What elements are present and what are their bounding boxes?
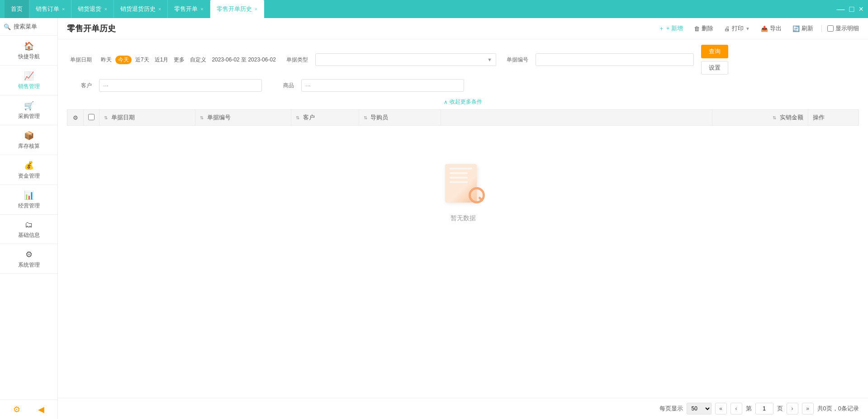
refresh-icon: 🔄 (792, 25, 800, 32)
export-button[interactable]: 📤 导出 (758, 23, 784, 34)
collapse-bar[interactable]: ∧ 收起更多条件 (67, 96, 859, 109)
sidebar-item-base-info[interactable]: 🗂 基础信息 (0, 215, 57, 244)
refresh-button[interactable]: 🔄 刷新 (790, 23, 816, 34)
col-guide[interactable]: ⇅ 导购员 (359, 110, 441, 126)
sidebar-search-label: 搜索菜单 (14, 23, 37, 31)
last-page-button[interactable]: » (802, 403, 814, 414)
sidebar: 🔍 搜索菜单 🏠 快捷导航 📈 销售管理 🛒 采购管理 📦 库存核算 💰 资金管… (0, 18, 58, 419)
minimize-button[interactable]: — (837, 5, 845, 14)
close-window-button[interactable]: × (859, 5, 863, 14)
close-icon[interactable]: × (200, 6, 203, 12)
print-button[interactable]: 🖨 打印 ▼ (721, 23, 753, 34)
tab-sales-order[interactable]: 销售订单 × (29, 0, 71, 18)
sidebar-item-sales-mgmt-label: 销售管理 (18, 83, 40, 90)
customer-label: 客户 (67, 82, 92, 89)
maximize-button[interactable]: □ (849, 5, 854, 14)
close-icon[interactable]: × (62, 6, 65, 12)
filters: 单据日期 昨天 今天 近7天 近1月 更多 自定义 2023-06-02 至 2… (58, 39, 868, 109)
date-btn-7days[interactable]: 近7天 (133, 56, 151, 64)
customer-dots: ··· (103, 82, 109, 89)
sidebar-item-system[interactable]: ⚙ 系统管理 (0, 244, 57, 274)
first-page-button[interactable]: « (715, 403, 727, 414)
filter-row-1: 单据日期 昨天 今天 近7天 近1月 更多 自定义 2023-06-02 至 2… (67, 45, 859, 75)
page-header: 零售开单历史 ＋ + 新增 🗑 删除 🖨 打印 ▼ 📤 导出 (58, 18, 868, 39)
col-amount[interactable]: ⇅ 实销金额 (712, 110, 808, 126)
money-icon: 💰 (24, 160, 34, 170)
prev-page-button[interactable]: ‹ (730, 403, 742, 414)
show-detail-toggle[interactable]: 显示明细 (827, 24, 859, 33)
date-label: 单据日期 (67, 56, 92, 64)
gear-icon: ⚙ (25, 250, 33, 259)
tab-home-label: 首页 (11, 5, 23, 13)
tab-retail-open[interactable]: 零售开单 × (168, 0, 210, 18)
goods-input[interactable]: ··· (301, 79, 464, 92)
total-info: 共0页，0条记录 (817, 405, 859, 413)
per-page-label: 每页显示 (659, 405, 683, 413)
close-icon[interactable]: × (255, 6, 257, 12)
sidebar-item-quick-nav[interactable]: 🏠 快捷导航 (0, 36, 57, 66)
date-btn-custom[interactable]: 自定义 (188, 56, 208, 64)
chevron-down-icon: ▼ (487, 57, 492, 62)
per-page-select[interactable]: 50 10 20 100 (687, 403, 711, 414)
tab-sales-return-history[interactable]: 销货退货历史 × (114, 0, 168, 18)
sort-icon: ⇅ (773, 115, 776, 120)
sidebar-item-finance-label: 资金管理 (18, 172, 40, 180)
col-amount-label: 实销金额 (780, 114, 803, 121)
sort-icon: ⇅ (104, 115, 108, 120)
sidebar-search[interactable]: 🔍 搜索菜单 (0, 18, 57, 36)
show-detail-checkbox[interactable] (827, 25, 834, 32)
tab-sales-return-label: 销货退货 (78, 5, 101, 13)
pagination: 每页显示 50 10 20 100 « ‹ 第 页 › » 共0页，0条记录 (58, 398, 868, 419)
delete-button[interactable]: 🗑 删除 (691, 23, 716, 34)
search-circle (469, 187, 485, 203)
export-btn-label: 导出 (770, 24, 782, 33)
date-btn-yesterday[interactable]: 昨天 (99, 56, 114, 64)
date-btn-more[interactable]: 更多 (172, 56, 186, 64)
collapse-sidebar-icon[interactable]: ◀ (38, 405, 44, 414)
empty-text: 暂无数据 (451, 214, 476, 222)
sidebar-item-purchase-mgmt[interactable]: 🛒 采购管理 (0, 95, 57, 125)
page-number-input[interactable] (755, 403, 773, 414)
doc-no-input[interactable] (536, 53, 694, 66)
date-shortcuts: 昨天 今天 近7天 近1月 更多 自定义 2023-06-02 至 2023-0… (99, 56, 276, 64)
sidebar-item-operations[interactable]: 📊 经营管理 (0, 185, 57, 215)
setting-button[interactable]: 设置 (701, 61, 728, 75)
settings-footer-icon[interactable]: ⚙ (13, 405, 20, 414)
query-button[interactable]: 查询 (701, 45, 728, 58)
folder-icon: 🗂 (25, 220, 33, 230)
operations-icon: 📊 (24, 190, 34, 200)
col-date[interactable]: ⇅ 单据日期 (100, 110, 195, 126)
tab-retail-history[interactable]: 零售开单历史 × (210, 0, 264, 18)
select-all-checkbox[interactable] (88, 114, 95, 120)
date-btn-1month[interactable]: 近1月 (153, 56, 171, 64)
date-btn-today[interactable]: 今天 (115, 56, 132, 64)
tab-home[interactable]: 首页 (5, 0, 29, 18)
tab-sales-return-history-label: 销货退货历史 (120, 5, 156, 13)
collapse-label: 收起更多条件 (450, 98, 482, 106)
close-icon[interactable]: × (104, 6, 107, 12)
new-button[interactable]: ＋ + 新增 (656, 23, 686, 34)
sidebar-item-finance[interactable]: 💰 资金管理 (0, 155, 57, 185)
doc-type-select[interactable]: ▼ (315, 53, 496, 66)
goods-dots: ··· (305, 82, 311, 89)
sidebar-footer: ⚙ ◀ (0, 400, 57, 419)
main-layout: 🔍 搜索菜单 🏠 快捷导航 📈 销售管理 🛒 采购管理 📦 库存核算 💰 资金管… (0, 18, 868, 419)
sidebar-item-inventory[interactable]: 📦 库存核算 (0, 125, 57, 155)
col-no-label: 单据编号 (207, 114, 231, 121)
filter-row-2: 客户 ··· 商品 ··· (67, 79, 859, 92)
tab-sales-return[interactable]: 销货退货 × (71, 0, 114, 18)
col-no[interactable]: ⇅ 单据编号 (195, 110, 291, 126)
table-settings-col[interactable]: ⚙ (67, 110, 84, 126)
col-customer[interactable]: ⇅ 客户 (291, 110, 359, 126)
refresh-btn-label: 刷新 (802, 24, 813, 33)
sidebar-item-quick-nav-label: 快捷导航 (18, 53, 40, 61)
page-suffix: 页 (777, 405, 783, 413)
next-page-button[interactable]: › (787, 403, 798, 414)
sidebar-item-sales-mgmt[interactable]: 📈 销售管理 (0, 66, 57, 95)
box-icon: 📦 (24, 131, 34, 141)
print-dropdown-icon: ▼ (745, 26, 750, 31)
top-nav: 首页 销售订单 × 销货退货 × 销货退货历史 × 零售开单 × 零售开单历史 … (0, 0, 868, 18)
home-icon: 🏠 (24, 41, 34, 51)
customer-input[interactable]: ··· (99, 79, 262, 92)
close-icon[interactable]: × (158, 6, 161, 12)
